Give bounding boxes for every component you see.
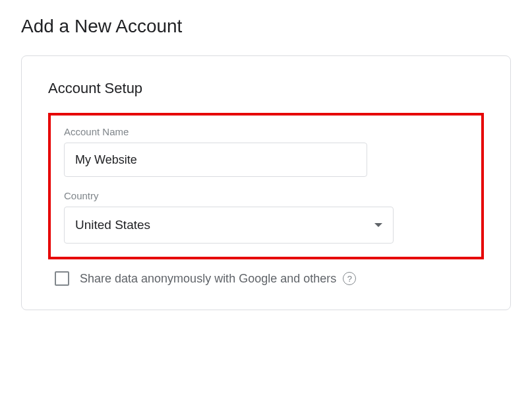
share-data-label-text: Share data anonymously with Google and o… — [80, 272, 336, 286]
help-icon[interactable]: ? — [343, 272, 356, 285]
share-data-row: Share data anonymously with Google and o… — [48, 271, 484, 286]
share-data-label: Share data anonymously with Google and o… — [80, 272, 356, 286]
account-name-label: Account Name — [64, 126, 468, 137]
account-name-group: Account Name — [64, 126, 468, 177]
chevron-down-icon — [374, 223, 382, 227]
country-select[interactable]: United States — [64, 207, 394, 244]
highlight-box: Account Name Country United States — [48, 113, 484, 259]
country-label: Country — [64, 190, 468, 201]
country-value: United States — [75, 218, 150, 232]
account-name-input[interactable] — [64, 143, 367, 177]
section-title: Account Setup — [48, 80, 484, 97]
share-data-checkbox[interactable] — [55, 271, 69, 286]
page-title: Add a New Account — [21, 16, 511, 37]
country-group: Country United States — [64, 190, 468, 244]
account-setup-card: Account Setup Account Name Country Unite… — [21, 55, 511, 310]
